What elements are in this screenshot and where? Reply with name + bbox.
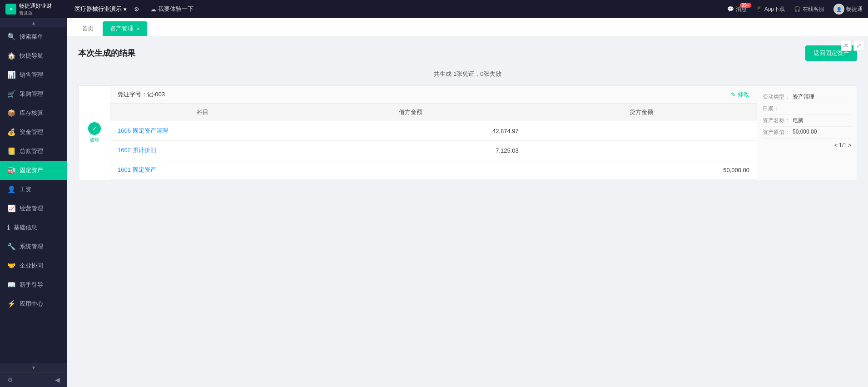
factory-icon: 🏭 (7, 166, 16, 174)
col-subject: 科目 (110, 104, 295, 121)
sidebar-scroll-up[interactable]: ▲ (0, 18, 67, 27)
credit-cell (526, 121, 757, 141)
experience-button[interactable]: ☁ 我要体验一下 (150, 5, 193, 13)
type-item: 变动类型： 资产清理 (763, 91, 851, 103)
original-value-item: 资产原值： 50,000.00 (763, 127, 851, 139)
logo-area: ✦ 畅捷通好业财 普及版 (5, 2, 73, 16)
business-icon: 📈 (7, 204, 16, 213)
sidebar-item-business[interactable]: 📈 经营管理 (0, 199, 67, 218)
asset-name-item: 资产名称： 电脑 (763, 115, 851, 127)
chart-icon: 📊 (7, 71, 16, 79)
debit-cell (295, 160, 526, 180)
sidebar-nav: 🔍 搜索菜单 🏠 快捷导航 📊 销售管理 🛒 采购管理 📦 库存核算 💰 (0, 27, 67, 363)
avatar: 👤 (833, 4, 844, 15)
pagination[interactable]: < 1/1 > (763, 139, 851, 149)
asset-name-value: 电脑 (793, 117, 804, 124)
voucher-number: 凭证字号：记-003 (118, 90, 165, 99)
message-button[interactable]: 💬 消息 99+ (727, 5, 747, 13)
sidebar-scroll-down[interactable]: ▼ (0, 363, 67, 372)
voucher-right-panel: 变动类型： 资产清理 日期： 资产名称： 电脑 资产原值： 50,000.00 (757, 86, 857, 180)
sidebar-collapse-icon[interactable]: ◀ (55, 376, 60, 383)
success-sidebar: ✓ 成功 (79, 86, 110, 180)
sidebar-item-ledger[interactable]: 📒 总账管理 (0, 142, 67, 161)
debit-cell: 7,125.03 (295, 141, 526, 160)
success-label: 成功 (89, 137, 99, 144)
voucher-main: 凭证字号：记-003 ✎ 修改 科目 借方金额 贷方 (110, 86, 757, 180)
credit-cell: 50,000.00 (526, 160, 757, 180)
success-check-icon: ✓ (88, 122, 101, 135)
sidebar-item-fund[interactable]: 💰 资金管理 (0, 123, 67, 142)
sidebar-item-quick-nav[interactable]: 🏠 快捷导航 (0, 46, 67, 65)
content-area: 首页 资产管理 ✕ ✕ ⤢ 本次生成的结果 返回固定资产 共生成 1张凭证，0张… (67, 18, 868, 387)
table-wrapper: ✓ 成功 凭证字号：记-003 ✎ 修改 (79, 86, 757, 180)
person-icon: 👤 (7, 185, 16, 194)
tabs-bar: 首页 资产管理 ✕ (67, 18, 868, 36)
table-row: 1601 固定资产 50,000.00 (110, 160, 757, 180)
sidebar-item-purchase[interactable]: 🛒 采购管理 (0, 84, 67, 104)
page-title-row: 本次生成的结果 返回固定资产 (78, 45, 857, 61)
app-icon: ⚡ (7, 300, 16, 308)
user-profile[interactable]: 👤 畅捷通 (833, 4, 863, 15)
logo-text: 畅捷通好业财 普及版 (19, 2, 52, 16)
summary-line: 共生成 1张凭证，0张失败 (78, 70, 857, 78)
subject-cell: 1602 累计折旧 (110, 141, 295, 160)
edit-button[interactable]: ✎ 修改 (731, 90, 749, 99)
voucher-header: 凭证字号：记-003 ✎ 修改 (110, 86, 757, 104)
original-value-label: 资产原值： (763, 129, 790, 136)
sidebar-item-system[interactable]: 🔧 系统管理 (0, 237, 67, 256)
online-service-button[interactable]: 🎧 在线客服 (794, 5, 824, 13)
page-content: ✕ ⤢ 本次生成的结果 返回固定资产 共生成 1张凭证，0张失败 ✓ 成功 (67, 36, 868, 387)
sidebar-item-inventory[interactable]: 📦 库存核算 (0, 104, 67, 123)
tools-icon: 🔧 (7, 243, 16, 251)
sidebar-item-search[interactable]: 🔍 搜索菜单 (0, 27, 67, 46)
close-button[interactable]: ✕ (841, 40, 852, 51)
chevron-down-icon: ▾ (124, 6, 127, 13)
tab-close-icon[interactable]: ✕ (136, 26, 140, 31)
sidebar-item-app-center[interactable]: ⚡ 应用中心 (0, 294, 67, 313)
expand-button[interactable]: ⤢ (853, 40, 864, 51)
sidebar-bottom: ⚙ ◀ (0, 372, 67, 387)
search-icon: 🔍 (7, 33, 16, 41)
app-download-button[interactable]: 📱 App下载 (756, 5, 785, 13)
type-label: 变动类型： (763, 93, 790, 101)
credit-cell (526, 141, 757, 160)
sidebar-settings-icon[interactable]: ⚙ (7, 376, 13, 383)
sidebar-item-payroll[interactable]: 👤 工资 (0, 180, 67, 199)
sidebar-item-enterprise[interactable]: 🤝 企业协同 (0, 256, 67, 275)
main-layout: ▲ 🔍 搜索菜单 🏠 快捷导航 📊 销售管理 🛒 采购管理 📦 库存核算 (0, 18, 868, 387)
tab-asset-mgmt[interactable]: 资产管理 ✕ (103, 21, 147, 36)
sidebar-item-fixed-assets[interactable]: 🏭 固定资产 (0, 161, 67, 180)
company-selector[interactable]: 医疗器械行业演示 ▾ (74, 5, 127, 13)
page-title: 本次生成的结果 (78, 48, 135, 59)
ledger-icon: 📒 (7, 147, 16, 155)
money-icon: 💰 (7, 128, 16, 136)
box-icon: 📦 (7, 109, 16, 117)
download-icon: 📱 (756, 6, 763, 12)
cart-icon: 🛒 (7, 90, 16, 98)
asset-name-label: 资产名称： (763, 117, 790, 124)
info-icon: ℹ (7, 223, 10, 232)
sidebar-item-sales[interactable]: 📊 销售管理 (0, 65, 67, 84)
type-value: 资产清理 (793, 93, 814, 101)
cloud-icon: ☁ (150, 6, 156, 13)
notification-badge: 99+ (740, 3, 751, 8)
header-right-actions: 💬 消息 99+ 📱 App下载 🎧 在线客服 👤 畅捷通 (727, 4, 863, 15)
tab-home[interactable]: 首页 (74, 21, 101, 36)
date-label: 日期： (763, 105, 779, 113)
handshake-icon: 🤝 (7, 262, 16, 270)
subject-cell: 1606 固定资产清理 (110, 121, 295, 141)
sidebar: ▲ 🔍 搜索菜单 🏠 快捷导航 📊 销售管理 🛒 采购管理 📦 库存核算 (0, 18, 67, 387)
sidebar-item-basic-info[interactable]: ℹ 基础信息 (0, 218, 67, 237)
gear-button[interactable]: ⚙ (130, 3, 143, 15)
table-row: 1602 累计折旧 7,125.03 (110, 141, 757, 160)
message-icon: 💬 (727, 6, 734, 12)
top-header: ✦ 畅捷通好业财 普及版 医疗器械行业演示 ▾ ⚙ ☁ 我要体验一下 💬 消息 … (0, 0, 868, 18)
username-label: 畅捷通 (846, 5, 863, 13)
debit-cell: 42,874.97 (295, 121, 526, 141)
sidebar-item-guide[interactable]: 📖 新手引导 (0, 275, 67, 294)
subject-cell: 1601 固定资产 (110, 160, 295, 180)
table-row: 1606 固定资产清理 42,874.97 (110, 121, 757, 141)
service-icon: 🎧 (794, 6, 801, 12)
edit-icon: ✎ (731, 91, 736, 98)
voucher-table: 科目 借方金额 贷方金额 1606 固定资产清理 42,874.97 (110, 104, 757, 180)
